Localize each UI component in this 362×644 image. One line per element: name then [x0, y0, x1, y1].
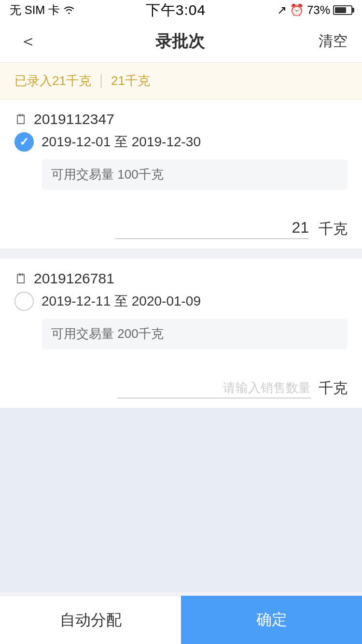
- nav-bar: ＜ 录批次 清空: [0, 20, 362, 63]
- recorded-value: 21千克: [111, 72, 150, 89]
- batch1-unit: 千克: [319, 219, 348, 239]
- separator-1: [0, 249, 362, 259]
- batch2-date: 2019-12-11 至 2020-01-09: [42, 292, 201, 310]
- batch1-input-row: 千克: [0, 211, 362, 249]
- batch-item-1: 🗒 2019112347 2019-12-01 至 2019-12-30 可用交…: [0, 99, 362, 211]
- batch1-qty-input[interactable]: [115, 219, 309, 237]
- batch2-id: 2019126781: [34, 270, 114, 287]
- batch1-date: 2019-12-01 至 2019-12-30: [42, 133, 201, 151]
- batch2-input-row: 千克: [0, 370, 362, 408]
- batch1-avail: 可用交易量 100千克: [42, 159, 348, 190]
- wifi-icon: [64, 6, 74, 14]
- batch-item-2: 🗒 2019126781 2019-12-11 至 2020-01-09 可用交…: [0, 259, 362, 370]
- clear-button[interactable]: 清空: [319, 31, 348, 51]
- batch1-qty-wrap: [14, 219, 309, 239]
- carrier-label: 无 SIM 卡: [10, 2, 60, 18]
- status-time: 下午3:04: [146, 0, 206, 20]
- empty-area: [0, 408, 362, 592]
- batch2-unit: 千克: [319, 378, 348, 398]
- bottom-bar: 自动分配 确定: [0, 596, 362, 644]
- location-icon: ↗: [277, 3, 287, 17]
- back-button[interactable]: ＜: [14, 25, 42, 58]
- batch2-avail: 可用交易量 200千克: [42, 319, 348, 349]
- page-title: 录批次: [155, 30, 205, 53]
- batch1-radio[interactable]: [14, 132, 34, 152]
- status-left: 无 SIM 卡: [10, 2, 74, 18]
- batch2-input-underline: [117, 378, 311, 398]
- auto-distribute-button[interactable]: 自动分配: [0, 596, 181, 644]
- batch2-date-row: 2019-12-11 至 2020-01-09: [14, 292, 348, 311]
- batch2-qty-input[interactable]: [117, 378, 311, 396]
- batch1-date-row: 2019-12-01 至 2019-12-30: [14, 132, 348, 152]
- alarm-icon: ⏰: [290, 3, 304, 17]
- batch1-doc-icon: 🗒: [14, 112, 28, 127]
- recorded-label: 已录入21千克: [14, 72, 91, 89]
- batch2-radio[interactable]: [14, 292, 34, 311]
- batch1-id: 2019112347: [34, 111, 114, 127]
- battery-fill: [335, 7, 346, 13]
- battery-icon: [333, 5, 352, 15]
- status-bar: 无 SIM 卡 下午3:04 ↗ ⏰ 73%: [0, 0, 362, 20]
- info-banner: 已录入21千克 21千克: [0, 63, 362, 99]
- confirm-button[interactable]: 确定: [181, 596, 362, 644]
- batch1-input-underline: [115, 219, 309, 239]
- battery-percent: 73%: [307, 3, 330, 17]
- batch2-doc-icon: 🗒: [14, 271, 28, 287]
- banner-divider: [101, 74, 101, 88]
- status-right: ↗ ⏰ 73%: [277, 3, 352, 17]
- batch1-header: 🗒 2019112347: [14, 111, 348, 127]
- batch2-header: 🗒 2019126781: [14, 270, 348, 287]
